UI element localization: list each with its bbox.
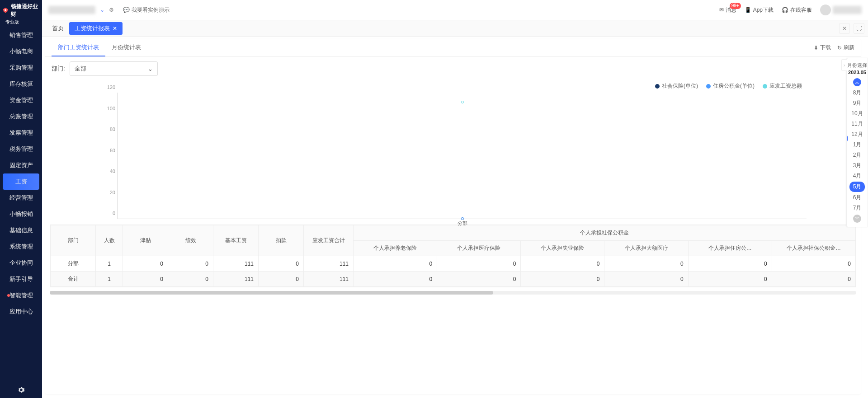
th-social-group: 个人承担社保公积金 [354, 225, 856, 241]
month-scroll-up[interactable]: ︽ [847, 77, 868, 88]
ytick: 60 [102, 148, 115, 153]
legend-item-fund[interactable]: 住房公积金(单位) [706, 82, 755, 90]
nav-apps[interactable]: 应用中心 [0, 304, 42, 320]
close-icon[interactable]: ✕ [113, 25, 117, 32]
month-item[interactable]: 1月 [847, 140, 868, 150]
nav-basic[interactable]: 基础信息 [0, 222, 42, 239]
nav-collab[interactable]: 企业协同 [0, 255, 42, 271]
messages-button[interactable]: ✉ 消息 99+ [719, 6, 736, 14]
nav-inventory[interactable]: 库存核算 [0, 76, 42, 92]
month-item[interactable]: 7月 [847, 203, 868, 213]
month-scroll-down[interactable]: ︾ [847, 213, 868, 224]
ytick: 40 [102, 169, 115, 174]
table-row: 合计 1 0 0 111 0 111 0 0 0 0 0 0 [51, 272, 856, 287]
content-panel: 部门工资统计表 月份统计表 ⬇下载 ↻刷新 部门: 全部 ⌄ 社会保险(单位) … [45, 39, 861, 394]
demo-link[interactable]: 💬 我要看实例演示 [123, 6, 170, 14]
th-p5: 个人承担住房公… [688, 241, 772, 256]
th-count: 人数 [96, 225, 123, 256]
dot-icon [7, 294, 10, 297]
tab-home[interactable]: 首页 [47, 22, 69, 35]
nav-tax[interactable]: 税务管理 [0, 141, 42, 157]
brand-sub: 专业版 [5, 19, 19, 25]
user-menu[interactable]: —— [820, 5, 862, 15]
close-all-button[interactable]: ✕ [839, 23, 850, 34]
table-row[interactable]: 分部 1 0 0 111 0 111 0 0 0 0 0 0 [51, 256, 856, 272]
download-button[interactable]: ⬇下载 [814, 44, 831, 52]
chevron-up-icon: ︽ [853, 78, 861, 86]
month-item[interactable]: 10月 [847, 108, 868, 119]
legend-item-insurance[interactable]: 社会保险(单位) [655, 82, 698, 90]
month-item[interactable]: 3月 [847, 160, 868, 171]
chevron-down-icon: ︾ [853, 215, 861, 223]
top-actions: ✉ 消息 99+ 📱 App下载 🎧 在线客服 —— [719, 5, 862, 15]
month-item[interactable]: 8月 [847, 88, 868, 98]
ytick: 20 [102, 190, 115, 195]
nav: 销售管理 小畅电商 采购管理 库存核算 资金管理 总账管理 发票管理 税务管理 … [0, 27, 42, 382]
refresh-button[interactable]: ↻刷新 [837, 44, 854, 52]
data-point [461, 217, 464, 220]
nav-salary[interactable]: 工资 [3, 173, 39, 190]
month-item-selected[interactable]: 5月 [849, 182, 865, 192]
app-download-button[interactable]: 📱 App下载 [745, 6, 774, 14]
chart-legend: 社会保险(单位) 住房公积金(单位) 应发工资总额 [99, 82, 807, 90]
chart-canvas: 0 20 40 60 80 100 120 分部 [118, 93, 807, 219]
th-gross: 应发工资合计 [304, 225, 354, 256]
nav-guide[interactable]: 新手引导 [0, 271, 42, 287]
dot-icon [655, 84, 660, 89]
svg-point-0 [5, 9, 6, 11]
xtick: 分部 [458, 220, 467, 227]
dept-select[interactable]: 全部 ⌄ [70, 61, 158, 76]
phone-icon: 📱 [745, 7, 751, 13]
fullscreen-button[interactable]: ⛶ [854, 23, 864, 34]
headset-icon: 🎧 [782, 7, 788, 13]
sidebar-settings[interactable] [0, 382, 42, 398]
horizontal-scrollbar[interactable] [50, 291, 856, 295]
nav-operation[interactable]: 经营管理 [0, 190, 42, 206]
nav-sales[interactable]: 销售管理 [0, 27, 42, 43]
dot-icon [763, 84, 767, 89]
nav-ecommerce[interactable]: 小畅电商 [0, 43, 42, 60]
sidebar: 畅捷通好业财 专业版 销售管理 小畅电商 采购管理 库存核算 资金管理 总账管理… [0, 0, 42, 398]
data-point [461, 101, 464, 103]
filter-row: 部门: 全部 ⌄ [45, 57, 861, 80]
nav-assets[interactable]: 固定资产 [0, 157, 42, 173]
month-item[interactable]: 2月 [847, 150, 868, 160]
avatar-icon [820, 5, 831, 15]
year-badge: 2023 [847, 136, 848, 141]
tab-salary-report[interactable]: 工资统计报表 ✕ [69, 22, 123, 35]
legend-item-gross[interactable]: 应发工资总额 [763, 82, 802, 90]
support-button[interactable]: 🎧 在线客服 [782, 6, 812, 14]
nav-invoice[interactable]: 发票管理 [0, 125, 42, 141]
nav-system[interactable]: 系统管理 [0, 239, 42, 255]
th-p3: 个人承担失业保险 [521, 241, 604, 256]
inner-tab-month[interactable]: 月份统计表 [105, 39, 147, 56]
gear-icon [18, 386, 25, 393]
org-selector[interactable]: —— ⌄ ⚙ [48, 6, 114, 14]
nav-reimburse[interactable]: 小畅报销 [0, 206, 42, 222]
gear-icon[interactable]: ⚙ [109, 7, 114, 13]
dot-icon [706, 84, 711, 89]
month-item[interactable]: 12月 [847, 129, 868, 140]
nav-ai[interactable]: 智能管理 [0, 287, 42, 304]
nav-purchase[interactable]: 采购管理 [0, 60, 42, 76]
mp-title: 月份选择 [847, 61, 868, 70]
month-item[interactable]: 6月 [847, 192, 868, 203]
inner-tab-dept[interactable]: 部门工资统计表 [52, 39, 105, 56]
download-icon: ⬇ [814, 45, 818, 51]
month-item[interactable]: 4月 [847, 171, 868, 181]
panel-collapse-button[interactable]: › [841, 59, 847, 71]
chevron-down-icon: ⌄ [148, 66, 153, 72]
scroll-thumb[interactable] [50, 291, 493, 295]
brand: 畅捷通好业财 专业版 [0, 0, 42, 27]
nav-ledger[interactable]: 总账管理 [0, 108, 42, 125]
nav-funds[interactable]: 资金管理 [0, 92, 42, 108]
month-item[interactable]: 11月 [847, 119, 868, 129]
brand-logo-icon [2, 6, 9, 14]
ytick: 80 [102, 126, 115, 132]
ytick: 0 [102, 211, 115, 216]
inner-tabs: 部门工资统计表 月份统计表 ⬇下载 ↻刷新 [45, 39, 861, 57]
org-name: —— [48, 6, 95, 14]
th-p1: 个人承担养老保险 [354, 241, 437, 256]
month-item[interactable]: 9月 [847, 98, 868, 108]
tabsbar: 首页 工资统计报表 ✕ ✕ ⛶ [42, 20, 868, 37]
